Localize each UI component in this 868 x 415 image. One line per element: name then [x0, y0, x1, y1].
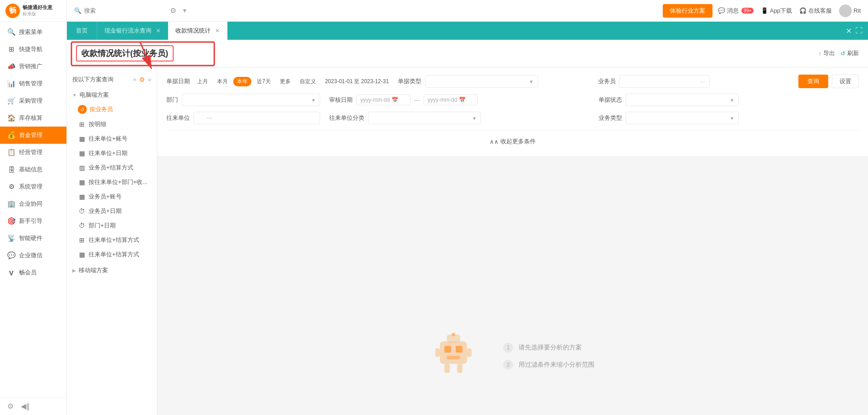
- svg-rect-0: [440, 341, 467, 364]
- data-area: 1 请先选择要分析的方案 2 用过滤条件来缩小分析范围: [157, 157, 868, 415]
- doc-status-select[interactable]: ▾: [626, 94, 739, 106]
- salesperson-dots[interactable]: ···: [700, 78, 705, 85]
- tab-bank-close[interactable]: ✕: [156, 28, 160, 34]
- tree-mobile-header[interactable]: ▶ 移动端方案: [67, 264, 157, 277]
- logo-icon: 畅: [5, 4, 20, 18]
- page-title-box: 收款情况统计(按业务员): [76, 45, 174, 61]
- tree-item-counterparty-account[interactable]: ▦ 往来单位+账号: [67, 132, 157, 146]
- cp-account-icon: ▦: [78, 135, 86, 143]
- collapse-sidebar-icon[interactable]: ◀‖: [21, 402, 30, 410]
- page-header: 收款情况统计(按业务员) ↑ 导出 ↺ 刷新: [67, 40, 868, 67]
- sidebar-item-baseinfo[interactable]: 🗄 基础信息: [0, 161, 66, 178]
- date-range-display: 2023-01-01 至 2023-12-31: [325, 78, 389, 85]
- tree-item-counterparty-dept-collect[interactable]: ▦ 按往来单位+部门+收...: [67, 175, 157, 189]
- review-date-end-picker[interactable]: yyyy-mm-dd 📅: [424, 94, 478, 105]
- collapse-chevron-icon: ∧∧: [490, 138, 499, 145]
- svg-rect-1: [444, 346, 451, 353]
- sidebar-item-finance[interactable]: 💰 资金管理: [0, 127, 66, 144]
- app-download-area[interactable]: 📱 App下载: [761, 7, 792, 15]
- tree-item-dept-date[interactable]: ⏱ 部门+日期: [67, 218, 157, 233]
- sidebar-item-member[interactable]: V 畅会员: [0, 264, 66, 281]
- tree-item-counterparty-date[interactable]: ▦ 往来单位+日期: [67, 146, 157, 160]
- settings-bottom-icon[interactable]: ⚙: [7, 402, 14, 410]
- cp-method1-icon: ⊞: [78, 236, 86, 244]
- tree-item-salesperson-account[interactable]: ▦ 业务员+账号: [67, 189, 157, 204]
- service-icon: 🎧: [799, 7, 807, 14]
- tree-item-by-salesperson[interactable]: ↺ 按业务员: [67, 102, 157, 117]
- tree-item-cp-method2[interactable]: ▦ 往来单位+结算方式: [67, 247, 157, 262]
- sidebar-item-search[interactable]: 🔍 搜索菜单: [0, 24, 66, 41]
- sidebar-item-purchase[interactable]: 🛒 采购管理: [0, 92, 66, 109]
- doc-type-select[interactable]: ▾: [425, 75, 538, 88]
- tree-group-desktop: ▼ 电脑端方案 ↺ 按业务员 ⊞ 按明细 ▦ 往来单位+账号 ▦ 往来单位+: [67, 88, 157, 262]
- tab-home[interactable]: 首页: [67, 22, 97, 40]
- topbar-search-input[interactable]: [84, 7, 143, 14]
- date-tab-lastmonth[interactable]: 上月: [193, 77, 212, 86]
- cp-date-icon: ▦: [78, 149, 86, 157]
- sidebar-item-quicknav[interactable]: ⊞ 快捷导航: [0, 41, 66, 58]
- tab-bank[interactable]: 现金银行流水查询 ✕: [97, 22, 168, 40]
- collapse-more-btn[interactable]: ∧∧ 收起更多条件: [166, 134, 859, 149]
- review-date-start-picker[interactable]: yyyy-mm-dd 📅: [356, 94, 410, 105]
- tab-collect[interactable]: 收款情况统计 ✕: [168, 22, 227, 40]
- tree-item-salesperson-method[interactable]: ▥ 业务员+结算方式: [67, 160, 157, 175]
- date-tab-custom[interactable]: 自定义: [296, 77, 320, 86]
- business-type-select[interactable]: ▾: [626, 112, 739, 124]
- date-tab-7days[interactable]: 近7天: [253, 77, 274, 86]
- query-button[interactable]: 查询: [798, 75, 828, 88]
- sidebar-item-marketing[interactable]: 📣 营销推广: [0, 58, 66, 75]
- sidebar-item-smarthw[interactable]: 📡 智能硬件: [0, 230, 66, 247]
- sidebar-item-operation[interactable]: 📋 经营管理: [0, 144, 66, 161]
- dept-select[interactable]: ▾: [182, 94, 320, 106]
- sidebar-item-sysmanage[interactable]: ⚙ 系统管理: [0, 178, 66, 195]
- date-tab-thisyear[interactable]: 本年: [233, 77, 251, 86]
- newguide-icon: 🎯: [7, 217, 15, 225]
- salesperson-select[interactable]: ···: [619, 75, 710, 88]
- user-avatar-area[interactable]: Rit: [839, 5, 861, 17]
- dept-date-icon: ⏱: [78, 222, 86, 230]
- cp-classification-select[interactable]: ▾: [368, 112, 481, 124]
- add-scheme-icon[interactable]: +: [133, 76, 137, 83]
- message-area[interactable]: 💬 消息 99+: [718, 7, 754, 15]
- sidebar-item-newguide[interactable]: 🎯 新手引导: [0, 212, 66, 230]
- online-service-area[interactable]: 🎧 在线客服: [799, 7, 832, 15]
- tab-collect-close[interactable]: ✕: [215, 28, 220, 34]
- export-button[interactable]: ↑ 导出: [819, 49, 835, 57]
- setting-button[interactable]: 设置: [832, 75, 859, 88]
- search-icon: 🔍: [7, 28, 15, 36]
- sidebar-item-inventory[interactable]: 🏠 库存核算: [0, 109, 66, 127]
- topbar-dropdown-icon[interactable]: ▼: [182, 7, 188, 14]
- active-scheme-icon: ↺: [78, 105, 87, 114]
- sidebar-item-sales[interactable]: 📊 销售管理: [0, 75, 66, 92]
- tree-desktop-arrow: ▼: [72, 93, 77, 98]
- sales-icon: 📊: [7, 80, 15, 88]
- svg-rect-2: [456, 346, 462, 353]
- settings-scheme-icon[interactable]: ⚙: [139, 76, 145, 83]
- sidebar-item-enterprise[interactable]: 🏢 企业协同: [0, 195, 66, 212]
- filter-dept: 部门 ▾: [166, 94, 320, 106]
- topbar-search-area[interactable]: 🔍: [74, 7, 165, 14]
- refresh-icon: ↺: [840, 50, 845, 57]
- date-tab-thismonth[interactable]: 本月: [213, 77, 231, 86]
- tabbar-close-icon[interactable]: ✕: [846, 27, 852, 35]
- industry-solution-button[interactable]: 体验行业方案: [663, 4, 712, 18]
- sidebar-item-wechat[interactable]: 💬 企业微信: [0, 247, 66, 264]
- svg-point-9: [452, 333, 455, 336]
- date-tab-more[interactable]: 更多: [276, 77, 294, 86]
- counterparty-select[interactable]: ···: [193, 112, 320, 124]
- refresh-button[interactable]: ↺ 刷新: [840, 49, 859, 57]
- detail-icon: ⊞: [78, 120, 86, 128]
- counterparty-dots[interactable]: ···: [206, 114, 212, 122]
- tree-item-by-detail[interactable]: ⊞ 按明细: [67, 117, 157, 132]
- tree-item-cp-method1[interactable]: ⊞ 往来单位+结算方式: [67, 233, 157, 247]
- collapse-row: ∧∧ 收起更多条件: [166, 130, 859, 149]
- topbar-gear-icon[interactable]: ⚙: [170, 6, 176, 15]
- tree-desktop-header[interactable]: ▼ 电脑端方案: [67, 88, 157, 102]
- smarthw-icon: 📡: [7, 234, 15, 242]
- tree-item-salesperson-date[interactable]: ⏱ 业务员+日期: [67, 204, 157, 218]
- finance-icon: 💰: [7, 131, 15, 139]
- filter-doctype: 单据类型 ▾: [398, 75, 589, 88]
- topbar: 🔍 ⚙ ▼ 体验行业方案 💬 消息 99+ 📱 App下载 🎧 在线客服 Rit: [67, 0, 868, 22]
- tabbar-maximize-icon[interactable]: ⛶: [855, 27, 863, 35]
- collapse-panel-icon[interactable]: «: [148, 76, 151, 83]
